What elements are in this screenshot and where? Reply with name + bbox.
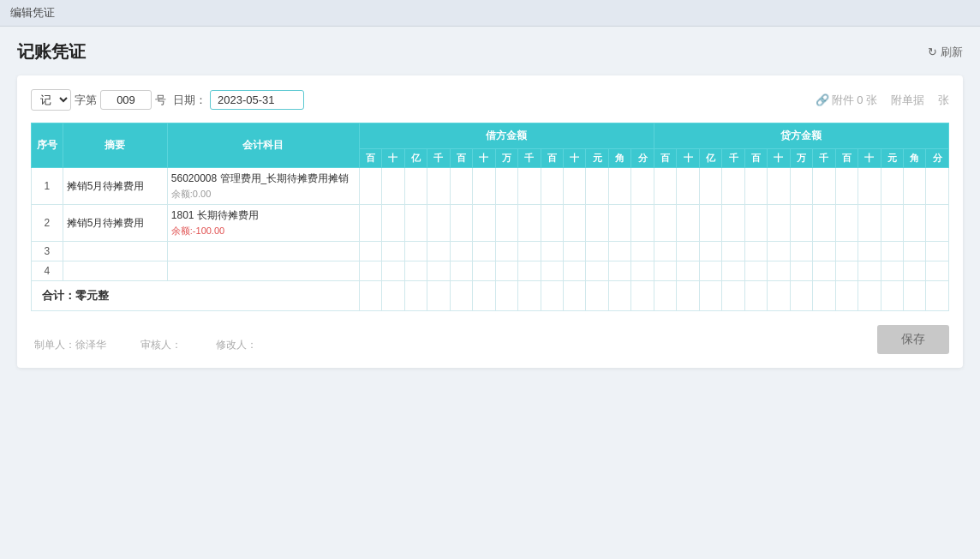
row-2-debit-3[interactable] [427,242,450,261]
row-1-debit-1[interactable] [382,205,404,242]
row-1-credit-4[interactable] [744,205,767,242]
row-3-credit-7[interactable] [813,261,835,281]
row-0-debit-6[interactable] [495,168,517,205]
row-2-debit-2[interactable] [404,242,427,261]
row-3-credit-11[interactable] [904,261,926,281]
row-1-credit-12[interactable] [926,205,949,242]
row-3-credit-0[interactable] [654,261,676,281]
row-3-debit-11[interactable] [608,261,630,281]
row-0-credit-8[interactable] [835,168,858,205]
row-1-credit-5[interactable] [768,205,790,242]
row-2-credit-11[interactable] [904,242,926,261]
row-1-debit-2[interactable] [404,205,427,242]
row-1-debit-6[interactable] [495,205,517,242]
row-3-debit-4[interactable] [450,261,472,281]
row-1-credit-10[interactable] [881,205,903,242]
row-2-summary[interactable] [63,242,167,261]
row-1-credit-3[interactable] [722,205,744,242]
row-1-debit-7[interactable] [518,205,541,242]
row-1-debit-0[interactable] [359,205,381,242]
row-2-debit-8[interactable] [541,242,563,261]
row-0-debit-9[interactable] [563,168,585,205]
row-2-debit-12[interactable] [631,242,654,261]
row-0-credit-1[interactable] [677,168,699,205]
row-2-credit-0[interactable] [654,242,676,261]
row-2-credit-8[interactable] [835,242,858,261]
row-0-credit-11[interactable] [904,168,926,205]
row-1-debit-9[interactable] [563,205,585,242]
row-2-credit-12[interactable] [926,242,949,261]
row-1-summary[interactable]: 摊销5月待摊费用 [63,205,167,242]
row-3-debit-1[interactable] [382,261,404,281]
row-3-debit-8[interactable] [541,261,563,281]
row-0-debit-11[interactable] [608,168,630,205]
row-3-credit-12[interactable] [926,261,949,281]
row-2-account[interactable] [167,242,359,261]
row-3-debit-2[interactable] [404,261,427,281]
row-0-credit-9[interactable] [858,168,881,205]
row-2-credit-3[interactable] [722,242,744,261]
row-2-credit-5[interactable] [768,242,790,261]
row-0-credit-4[interactable] [744,168,767,205]
row-2-debit-9[interactable] [563,242,585,261]
row-3-summary[interactable] [63,261,167,281]
row-1-credit-9[interactable] [858,205,881,242]
row-2-credit-10[interactable] [881,242,903,261]
refresh-button[interactable]: ↻ 刷新 [928,45,963,60]
row-2-debit-11[interactable] [608,242,630,261]
row-1-credit-2[interactable] [699,205,721,242]
row-0-account[interactable]: 56020008 管理费用_长期待摊费用摊销余额:0.00 [167,168,359,205]
row-0-debit-8[interactable] [541,168,563,205]
row-1-debit-8[interactable] [541,205,563,242]
row-3-credit-4[interactable] [744,261,767,281]
row-0-credit-5[interactable] [768,168,790,205]
row-2-debit-10[interactable] [586,242,608,261]
row-1-debit-10[interactable] [586,205,608,242]
row-3-debit-0[interactable] [359,261,381,281]
date-input[interactable] [210,90,304,110]
row-0-debit-3[interactable] [427,168,450,205]
row-3-credit-5[interactable] [768,261,790,281]
voucher-type-select[interactable]: 记 [31,89,71,111]
row-1-account[interactable]: 1801 长期待摊费用余额:-100.00 [167,205,359,242]
row-2-credit-4[interactable] [744,242,767,261]
save-button[interactable]: 保存 [877,325,949,354]
row-0-debit-10[interactable] [586,168,608,205]
row-3-credit-6[interactable] [790,261,812,281]
row-0-credit-6[interactable] [790,168,812,205]
row-0-credit-0[interactable] [654,168,676,205]
row-0-credit-3[interactable] [722,168,744,205]
row-1-credit-7[interactable] [813,205,835,242]
row-1-debit-12[interactable] [631,205,654,242]
row-2-debit-1[interactable] [382,242,404,261]
voucher-number-input[interactable] [100,90,152,110]
row-1-credit-6[interactable] [790,205,812,242]
row-2-debit-5[interactable] [473,242,495,261]
row-0-debit-4[interactable] [450,168,472,205]
row-0-credit-12[interactable] [926,168,949,205]
row-0-debit-7[interactable] [518,168,541,205]
row-1-debit-3[interactable] [427,205,450,242]
row-2-credit-1[interactable] [677,242,699,261]
row-3-credit-3[interactable] [722,261,744,281]
row-3-credit-8[interactable] [835,261,858,281]
attachment-link[interactable]: 🔗 附件 0 张 [816,93,877,108]
row-2-credit-6[interactable] [790,242,812,261]
row-2-debit-6[interactable] [495,242,517,261]
row-3-credit-2[interactable] [699,261,721,281]
row-2-debit-0[interactable] [359,242,381,261]
row-0-credit-10[interactable] [881,168,903,205]
row-3-debit-12[interactable] [631,261,654,281]
row-3-debit-3[interactable] [427,261,450,281]
row-0-debit-2[interactable] [404,168,427,205]
row-3-debit-5[interactable] [473,261,495,281]
row-0-credit-2[interactable] [699,168,721,205]
row-0-debit-0[interactable] [359,168,381,205]
row-3-account[interactable] [167,261,359,281]
row-1-debit-5[interactable] [473,205,495,242]
row-2-debit-7[interactable] [518,242,541,261]
row-2-credit-9[interactable] [858,242,881,261]
row-0-debit-12[interactable] [631,168,654,205]
row-3-debit-7[interactable] [518,261,541,281]
row-3-debit-9[interactable] [563,261,585,281]
